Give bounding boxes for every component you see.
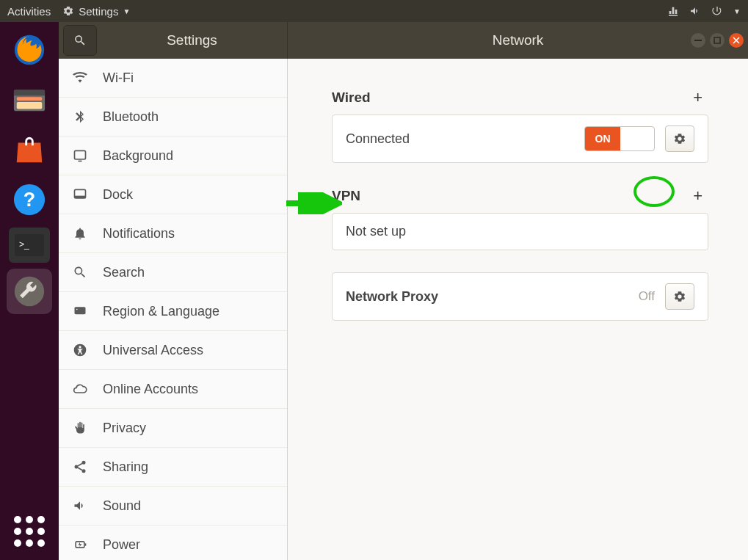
region-icon — [72, 304, 88, 319]
vpn-heading: VPN — [332, 188, 360, 204]
sidebar-item-bluetooth[interactable]: Bluetooth — [59, 98, 287, 137]
dock-files[interactable] — [7, 78, 51, 122]
sidebar-item-universal-access[interactable]: Universal Access — [59, 331, 287, 370]
wifi-icon — [72, 70, 88, 85]
accessibility-icon — [72, 343, 88, 357]
terminal-icon: >_ — [15, 234, 44, 256]
speaker-icon — [72, 498, 88, 513]
svg-rect-10 — [694, 40, 702, 41]
sidebar-item-label: Universal Access — [103, 343, 203, 358]
battery-icon — [72, 537, 88, 552]
network-proxy-row[interactable]: Network Proxy Off — [332, 272, 708, 321]
activities-button[interactable]: Activities — [7, 5, 51, 18]
dock-help[interactable]: ? — [7, 178, 51, 222]
wired-section-header: Wired + — [332, 87, 708, 109]
sidebar-item-label: Sound — [103, 498, 141, 514]
svg-rect-13 — [79, 161, 82, 162]
sidebar-title: Settings — [97, 32, 287, 48]
wired-settings-button[interactable] — [665, 126, 694, 152]
sidebar-item-label: Sharing — [103, 459, 148, 475]
wired-heading: Wired — [332, 90, 371, 106]
app-menu[interactable]: Settings ▼ — [62, 5, 130, 18]
vpn-status-row: Not set up — [332, 213, 708, 250]
svg-rect-4 — [17, 102, 43, 109]
svg-point-22 — [82, 469, 86, 473]
search-icon — [73, 34, 87, 47]
power-icon[interactable] — [711, 5, 723, 17]
panel-title: Network — [288, 32, 748, 48]
shopping-bag-icon — [12, 133, 46, 167]
sidebar-item-privacy[interactable]: Privacy — [59, 409, 287, 448]
sidebar-item-region-language[interactable]: Region & Language — [59, 292, 287, 331]
background-icon — [72, 148, 88, 163]
sidebar-item-online-accounts[interactable]: Online Accounts — [59, 370, 287, 409]
wired-add-button[interactable]: + — [687, 87, 708, 109]
svg-rect-16 — [75, 307, 86, 314]
sidebar-item-power[interactable]: Power — [59, 526, 287, 560]
search-button[interactable] — [63, 25, 97, 56]
svg-point-21 — [75, 465, 79, 469]
sidebar-item-label: Notifications — [103, 226, 175, 241]
dock-icon — [72, 187, 88, 202]
svg-rect-11 — [714, 37, 720, 43]
svg-rect-15 — [75, 196, 86, 198]
vpn-status-label: Not set up — [346, 224, 694, 239]
vpn-add-button[interactable]: + — [687, 185, 708, 207]
gear-icon — [673, 132, 686, 145]
sidebar-item-label: Background — [103, 148, 173, 164]
sidebar-item-label: Online Accounts — [103, 382, 198, 397]
sidebar-item-sound[interactable]: Sound — [59, 487, 287, 526]
window-minimize-button[interactable] — [691, 33, 705, 48]
dock-apps-grid[interactable] — [14, 516, 45, 547]
window-close-button[interactable] — [729, 33, 744, 48]
toggle-on-label: ON — [585, 127, 620, 150]
app-menu-label: Settings — [79, 5, 118, 18]
sidebar-item-label: Privacy — [103, 421, 146, 436]
sidebar-item-label: Dock — [103, 187, 133, 203]
dock: ? >_ — [0, 22, 59, 560]
proxy-settings-button[interactable] — [665, 283, 694, 310]
sidebar-item-search[interactable]: Search — [59, 253, 287, 292]
cloud-key-icon — [72, 382, 88, 396]
dock-firefox[interactable] — [7, 28, 51, 72]
bell-icon — [72, 226, 88, 241]
sidebar-item-dock[interactable]: Dock — [59, 175, 287, 214]
sidebar-item-wifi[interactable]: Wi-Fi — [59, 59, 287, 98]
svg-point-19 — [79, 346, 81, 348]
settings-sidebar: Wi-Fi Bluetooth Background Dock Notifica… — [59, 59, 288, 560]
svg-rect-3 — [17, 97, 43, 101]
volume-icon[interactable] — [689, 5, 701, 17]
dock-terminal[interactable]: >_ — [9, 228, 50, 263]
chevron-down-icon: ▼ — [123, 7, 130, 15]
network-panel: Wired + Connected ON VPN + Not set up — [288, 59, 748, 560]
annotation-circle — [633, 176, 675, 207]
svg-text:>_: >_ — [19, 239, 29, 250]
svg-point-20 — [82, 461, 86, 465]
top-panel: Activities Settings ▼ ▼ — [0, 0, 748, 22]
vpn-section-header: VPN + — [332, 185, 708, 207]
wired-toggle[interactable]: ON — [584, 126, 655, 151]
share-icon — [72, 459, 88, 474]
network-status-icon[interactable] — [667, 5, 679, 17]
hand-icon — [72, 421, 88, 435]
sidebar-item-notifications[interactable]: Notifications — [59, 214, 287, 253]
proxy-state-label: Off — [639, 289, 655, 304]
close-icon — [733, 37, 740, 44]
svg-point-17 — [76, 309, 78, 310]
window-maximize-button[interactable] — [710, 33, 725, 48]
settings-wrench-icon — [13, 275, 46, 308]
titlebar: Settings Network — [59, 22, 748, 59]
gear-icon — [673, 290, 686, 303]
help-icon: ? — [12, 183, 46, 217]
sidebar-item-sharing[interactable]: Sharing — [59, 448, 287, 487]
wired-status-label: Connected — [346, 131, 584, 147]
chevron-down-icon[interactable]: ▼ — [733, 7, 741, 15]
sidebar-item-background[interactable]: Background — [59, 137, 287, 175]
proxy-heading: Network Proxy — [346, 289, 639, 305]
settings-window: Settings Network Wi-Fi Bluetooth Ba — [59, 22, 748, 560]
search-icon — [72, 265, 88, 280]
dock-software[interactable] — [7, 128, 51, 172]
sidebar-item-label: Bluetooth — [103, 109, 159, 125]
file-manager-icon — [12, 85, 46, 114]
dock-settings[interactable] — [7, 269, 52, 314]
